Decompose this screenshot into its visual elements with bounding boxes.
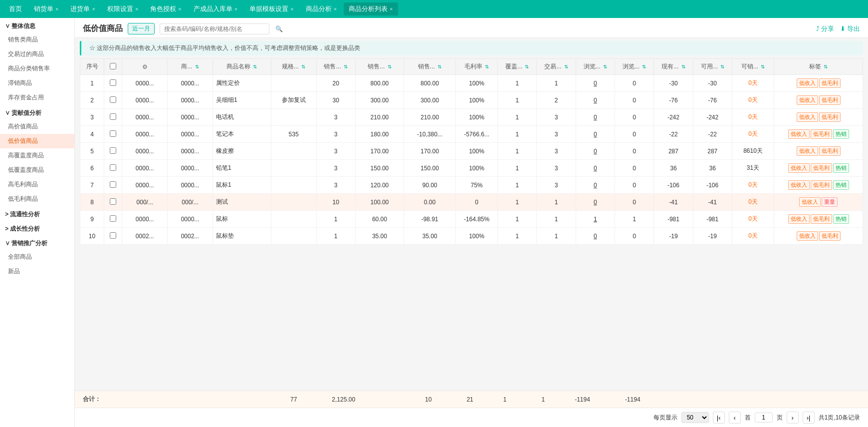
cell-check[interactable]	[104, 177, 122, 194]
browse1-link[interactable]: 0	[594, 97, 597, 104]
nav-roles[interactable]: 角色授权 ×	[145, 2, 186, 15]
browse1-link[interactable]: 0	[594, 131, 597, 138]
th-tag[interactable]: 标签 ⇅	[774, 59, 863, 75]
sidebar-item-category-sales[interactable]: 商品分类销售率	[0, 61, 74, 76]
row-checkbox[interactable]	[110, 181, 116, 188]
first-page-btn[interactable]: |‹	[713, 412, 725, 424]
row-checkbox[interactable]	[110, 215, 116, 222]
cell-check[interactable]	[104, 143, 122, 160]
search-icon[interactable]: 🔍	[275, 25, 283, 32]
nav-product-analysis[interactable]: 商品分析 ×	[301, 2, 342, 15]
cell-check[interactable]	[104, 194, 122, 211]
nav-roles-close[interactable]: ×	[178, 6, 181, 12]
th-cover[interactable]: 覆盖... ⇅	[498, 59, 537, 75]
share-btn[interactable]: ⤴ 分享	[816, 24, 834, 33]
cell-browse1[interactable]: 0	[576, 92, 615, 109]
nav-purchase-close[interactable]: ×	[92, 6, 95, 12]
row-checkbox[interactable]	[110, 113, 116, 120]
row-checkbox[interactable]	[110, 130, 116, 137]
row-checkbox[interactable]	[110, 164, 116, 171]
browse1-link[interactable]: 0	[594, 182, 597, 189]
sidebar-item-inventory-capital[interactable]: 库存资金占用	[0, 90, 74, 105]
cell-check[interactable]	[104, 92, 122, 109]
cell-check[interactable]	[104, 211, 122, 228]
sidebar-item-high-coverage[interactable]: 高覆盖度商品	[0, 148, 74, 163]
sidebar-item-high-value[interactable]: 高价值商品	[0, 119, 74, 134]
sidebar-item-low-margin[interactable]: 低毛利商品	[0, 192, 74, 206]
browse1-link[interactable]: 0	[594, 199, 597, 206]
cell-browse1[interactable]: 0	[576, 177, 615, 194]
cell-browse1[interactable]: 0	[576, 143, 615, 160]
nav-product-analysis-list-close[interactable]: ×	[390, 6, 393, 12]
sidebar-item-sales-products[interactable]: 销售类商品	[0, 32, 74, 47]
cell-browse1[interactable]: 1	[576, 211, 615, 228]
cell-browse1[interactable]: 0	[576, 228, 615, 245]
th-sale-qty[interactable]: 销售... ⇅	[316, 59, 355, 75]
sidebar-item-low-coverage[interactable]: 低覆盖度商品	[0, 163, 74, 177]
sidebar-group-marketing[interactable]: ∨ 营销推广分析	[0, 235, 74, 250]
cell-check[interactable]	[104, 75, 122, 92]
sidebar-item-high-margin[interactable]: 高毛利商品	[0, 177, 74, 192]
th-sellable[interactable]: 可销... ⇅	[732, 59, 774, 75]
cell-check[interactable]	[104, 126, 122, 143]
row-checkbox[interactable]	[110, 96, 116, 103]
nav-purchase[interactable]: 进货单 ×	[65, 2, 100, 15]
th-stock[interactable]: 现有... ⇅	[654, 59, 693, 75]
browse1-link[interactable]: 0	[594, 233, 597, 240]
nav-templates-close[interactable]: ×	[290, 6, 293, 12]
th-sale-amt[interactable]: 销售... ⇅	[355, 59, 404, 75]
nav-production-close[interactable]: ×	[234, 6, 237, 12]
th-name[interactable]: 商品名称 ⇅	[213, 59, 271, 75]
cell-browse1[interactable]: 0	[576, 109, 615, 126]
cell-browse1[interactable]: 0	[576, 194, 615, 211]
sidebar-item-all-products[interactable]: 全部商品	[0, 250, 74, 264]
sidebar-item-low-value[interactable]: 低价值商品	[0, 134, 74, 148]
prev-page-btn[interactable]: ‹	[729, 412, 741, 424]
nav-home[interactable]: 首页	[4, 2, 27, 15]
browse1-link[interactable]: 0	[594, 114, 597, 121]
nav-production[interactable]: 产成品入库单 ×	[189, 2, 242, 15]
select-all-checkbox[interactable]	[110, 63, 116, 69]
cell-browse1[interactable]: 0	[576, 126, 615, 143]
th-browse2[interactable]: 浏览... ⇅	[615, 59, 654, 75]
nav-product-analysis-list[interactable]: 商品分析列表 ×	[344, 2, 398, 15]
browse1-link[interactable]: 0	[594, 165, 597, 172]
page-size-select[interactable]: 50 100 200	[681, 412, 709, 423]
sidebar-group-growth[interactable]: > 成长性分析	[0, 221, 74, 235]
sidebar-item-traded-products[interactable]: 交易过的商品	[0, 47, 74, 61]
cell-browse1[interactable]: 0	[576, 75, 615, 92]
sidebar-group-overall[interactable]: ∨ 整体信息	[0, 18, 74, 32]
date-filter-btn[interactable]: 近一月	[128, 23, 155, 34]
th-settings[interactable]: ⚙	[122, 59, 168, 75]
nav-permissions-close[interactable]: ×	[135, 6, 138, 12]
sidebar-item-slow-sales[interactable]: 滞销商品	[0, 76, 74, 90]
nav-sales-close[interactable]: ×	[55, 6, 58, 12]
search-input[interactable]	[160, 23, 269, 34]
nav-templates[interactable]: 单据模板设置 ×	[244, 2, 298, 15]
cell-check[interactable]	[104, 228, 122, 245]
th-spec[interactable]: 规格... ⇅	[271, 59, 316, 75]
browse1-link[interactable]: 0	[594, 148, 597, 155]
cell-check[interactable]	[104, 109, 122, 126]
settings-icon[interactable]: ⚙	[142, 63, 148, 70]
row-checkbox[interactable]	[110, 147, 116, 154]
nav-sales[interactable]: 销货单 ×	[29, 2, 63, 15]
row-checkbox[interactable]	[110, 232, 116, 239]
cell-check[interactable]	[104, 160, 122, 177]
sidebar-group-flow[interactable]: > 流通性分析	[0, 206, 74, 221]
row-checkbox[interactable]	[110, 198, 116, 205]
next-page-btn[interactable]: ›	[787, 412, 799, 424]
export-btn[interactable]: ⬇ 导出	[840, 24, 860, 33]
th-browse1[interactable]: 浏览... ⇅	[576, 59, 615, 75]
nav-permissions[interactable]: 权限设置 ×	[102, 2, 143, 15]
th-avail[interactable]: 可用... ⇅	[693, 59, 732, 75]
browse1-link[interactable]: 1	[594, 216, 597, 223]
th-code[interactable]: 商... ⇅	[168, 59, 213, 75]
nav-product-analysis-close[interactable]: ×	[334, 6, 337, 12]
browse1-link[interactable]: 0	[594, 80, 597, 87]
table-container[interactable]: 序号 ⚙ 商... ⇅ 商品名称 ⇅ 规格... ⇅ 销售... ⇅ 销售...…	[75, 58, 868, 391]
th-sale-cost[interactable]: 销售... ⇅	[404, 59, 456, 75]
row-checkbox[interactable]	[110, 79, 116, 86]
th-margin[interactable]: 毛利率 ⇅	[455, 59, 497, 75]
last-page-btn[interactable]: ›|	[803, 412, 815, 424]
